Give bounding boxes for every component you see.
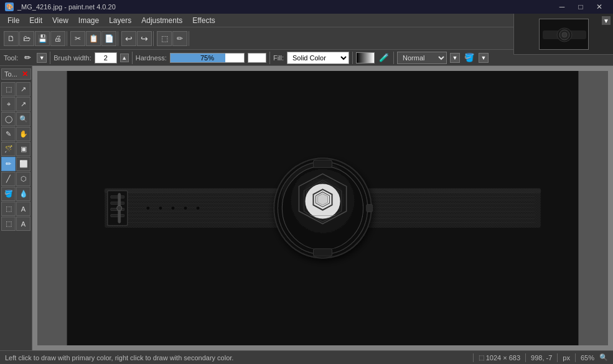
crop-tool[interactable]: ⬚ [1,202,16,216]
zoom-tool[interactable]: 🔍 [16,112,30,126]
tool-label: Tool: [4,54,18,62]
gradient-tool[interactable]: A [16,217,30,231]
recolor-tool[interactable]: ▣ [16,142,30,156]
tool-row-3: ◯ 🔍 [1,112,30,126]
new-button[interactable]: 🗋 [4,31,19,46]
svg-rect-13 [105,188,298,228]
gradient-icon[interactable] [356,52,375,63]
hardness-bar[interactable]: 75% [170,53,245,63]
tool-icon: ✏ [21,52,34,64]
titlebar: 🎨 _MG_4216.jpg - paint.net 4.0.20 ─ □ ✕ [0,0,613,14]
move-tool[interactable]: ↗ [16,82,30,96]
paint-bucket-icon[interactable]: 🪣 [463,52,475,64]
image-dimensions: 1024 × 683 [486,354,520,362]
deselect-button[interactable]: ✏ [172,31,187,46]
svg-rect-61 [313,249,332,256]
history-tools: ↩ ↪ [120,31,154,46]
ellipse-select-tool[interactable]: ◯ [1,112,16,126]
magic-wand-tool[interactable]: 🪄 [1,142,16,156]
undo-button[interactable]: ↩ [121,31,136,46]
clone-stamp-tool[interactable]: ⬚ [1,217,16,231]
flask-icon[interactable]: 🧪 [378,52,390,64]
toolbox-close-button[interactable]: ✕ [22,70,28,78]
svg-point-31 [146,206,150,210]
redo-button[interactable]: ↪ [137,31,152,46]
status-message: Left click to draw with primary color, r… [5,354,468,362]
svg-rect-26 [111,202,124,204]
svg-rect-62 [367,204,373,212]
select-tools: ⬚ ✏ [156,31,189,46]
tool-row-6: ✏ ⬜ [1,157,30,171]
menu-view[interactable]: View [47,14,73,27]
blend-mode-select[interactable]: Normal Multiply Screen Overlay [397,52,447,64]
tool-row-1: ⬚ ↗ [1,82,30,96]
fill-select[interactable]: Solid Color Gradient Pattern [287,52,349,64]
window-controls: ─ □ ✕ [553,1,608,12]
hardness-value: 75% [171,54,244,62]
tool-dropdown[interactable]: ▼ [37,53,47,63]
left-band [105,188,298,228]
eraser-tool[interactable]: ⬜ [16,157,30,171]
select-move-tool[interactable]: ↗ [16,97,30,111]
separator4 [352,52,353,64]
unit-label: px [563,354,570,362]
close-button[interactable]: ✕ [591,1,608,12]
menu-image[interactable]: Image [73,14,104,27]
status-sep2 [525,353,526,362]
menu-edit[interactable]: Edit [24,14,47,27]
shapes-tool[interactable]: ⬡ [16,172,30,186]
toolbox-title: To... [4,70,17,78]
menu-file[interactable]: File [2,14,24,27]
separator3 [269,52,270,64]
brush-width-input[interactable] [95,52,117,63]
maximize-button[interactable]: □ [572,1,589,12]
svg-marker-58 [317,194,327,205]
menu-effects[interactable]: Effects [187,14,220,27]
brush-width-increment[interactable]: ▲ [120,54,129,62]
extra-dropdown[interactable]: ▼ [479,53,489,63]
svg-rect-28 [111,215,124,217]
open-button[interactable]: 🗁 [19,31,34,46]
main-area: To... ✕ ⬚ ↗ ⌖ ↗ ◯ 🔍 ✎ ✋ 🪄 ▣ ✏ ⬜ ╱ ⬡ [0,66,613,350]
line-tool[interactable]: ╱ [1,172,16,186]
svg-rect-25 [111,195,124,198]
separator2 [132,52,133,64]
status-sep3 [557,353,558,362]
svg-point-4 [562,32,567,37]
status-bar: Left click to draw with primary color, r… [0,350,613,364]
thumbnail-dropdown[interactable]: ▼ [602,16,611,25]
menu-adjustments[interactable]: Adjustments [136,14,187,27]
menu-layers[interactable]: Layers [104,14,136,27]
app-icon: 🎨 [5,2,14,11]
fill-label: Fill: [273,54,284,62]
toolbox-header[interactable]: To... ✕ [1,68,31,80]
select-all-button[interactable]: ⬚ [157,31,172,46]
coords-item: 998, -7 [531,354,552,362]
rectangle-select-tool[interactable]: ⬚ [1,82,16,96]
print-button[interactable]: 🖨 [50,31,65,46]
dimensions-icon: ⬚ [479,354,484,361]
copy-button[interactable]: 📋 [86,31,101,46]
cut-button[interactable]: ✂ [70,31,85,46]
svg-rect-36 [354,188,541,228]
canvas-image [37,71,608,345]
lasso-tool[interactable]: ⌖ [1,97,16,111]
tool-row-7: ╱ ⬡ [1,172,30,186]
minimize-button[interactable]: ─ [553,1,571,12]
blend-dropdown[interactable]: ▼ [450,53,460,63]
pencil-tool[interactable]: ✎ [1,127,16,141]
pan-tool[interactable]: ✋ [16,127,30,141]
paintbrush-tool[interactable]: ✏ [1,157,16,171]
canvas-area[interactable] [32,66,613,350]
watch-case [274,158,371,258]
color-picker-tool[interactable]: 💧 [16,187,30,201]
svg-rect-46 [354,188,541,193]
paste-button[interactable]: 📄 [101,31,116,46]
tool-row-9: ⬚ A [1,202,30,216]
fill-tool[interactable]: 🪣 [1,187,16,201]
coords-value: 998, -7 [531,354,552,362]
right-band [354,188,541,228]
save-button[interactable]: 💾 [35,31,50,46]
thumbnail-image [539,19,589,50]
text-tool[interactable]: A [16,202,30,216]
